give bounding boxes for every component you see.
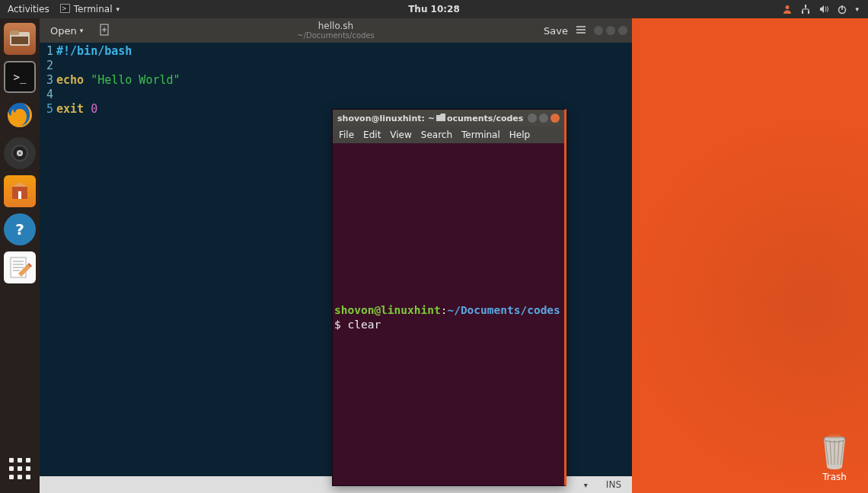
hamburger-menu-button[interactable] xyxy=(576,25,586,37)
terminal-close-button[interactable] xyxy=(550,114,560,123)
insert-mode-indicator[interactable]: INS xyxy=(606,479,621,490)
editor-filepath: ~/Documents/codes xyxy=(297,31,374,40)
text-editor-launcher[interactable] xyxy=(4,251,36,283)
activities-button[interactable]: Activities xyxy=(8,4,49,14)
terminal-body[interactable]: shovon@linuxhint:~/Documents/codes$ clea… xyxy=(333,143,564,485)
dock: ? xyxy=(0,18,40,493)
menu-terminal[interactable]: Terminal xyxy=(461,130,500,140)
clock[interactable]: Thu 10:28 xyxy=(408,4,460,14)
show-apps-button[interactable] xyxy=(5,453,35,484)
trash-label: Trash xyxy=(819,472,850,482)
terminal-titlebar[interactable]: shovon@linuxhint: ~ ocuments/codes xyxy=(333,110,564,126)
terminal-small-icon: > xyxy=(60,4,70,15)
prompt-suffix: $ xyxy=(334,319,347,331)
menu-file[interactable]: File xyxy=(339,130,354,140)
maximize-button[interactable] xyxy=(606,26,615,35)
caret-down-icon: ▾ xyxy=(116,5,120,13)
svg-rect-10 xyxy=(10,30,19,35)
svg-rect-11 xyxy=(11,37,28,44)
svg-rect-6 xyxy=(808,11,809,14)
app-menu[interactable]: > Terminal ▾ xyxy=(60,4,120,15)
terminal-title-text2: ocuments/codes xyxy=(447,114,523,123)
editor-filename: hello.sh xyxy=(297,21,374,31)
firefox-launcher[interactable] xyxy=(4,99,36,131)
app-menu-label: Terminal xyxy=(74,4,113,14)
menu-view[interactable]: View xyxy=(390,130,411,140)
help-launcher[interactable]: ? xyxy=(4,213,36,245)
network-icon[interactable] xyxy=(800,4,811,14)
svg-rect-4 xyxy=(805,5,806,8)
rhythmbox-launcher[interactable] xyxy=(4,137,36,169)
tab-width-menu[interactable]: ▾ xyxy=(584,481,588,489)
system-caret-icon[interactable]: ▾ xyxy=(855,5,859,13)
trash-desktop-icon[interactable]: Trash xyxy=(819,433,850,482)
code-area[interactable]: #!/bin/bash echo "Hello World" exit 0 xyxy=(56,43,180,476)
new-document-button[interactable] xyxy=(95,21,115,40)
wallpaper xyxy=(632,18,868,493)
svg-rect-18 xyxy=(18,191,21,199)
editor-headerbar: Open ▾ hello.sh ~/Documents/codes Save xyxy=(40,18,632,43)
folder-icon xyxy=(436,114,445,123)
svg-point-3 xyxy=(786,5,790,9)
files-launcher[interactable] xyxy=(4,23,36,55)
power-icon[interactable] xyxy=(837,4,847,14)
caret-down-icon: ▾ xyxy=(80,27,84,34)
svg-text:>: > xyxy=(62,5,67,12)
top-bar: Activities > Terminal ▾ Thu 10:28 ▾ xyxy=(0,0,868,18)
open-button[interactable]: Open ▾ xyxy=(44,23,89,39)
prompt-path: ~/Documents/codes xyxy=(447,304,560,316)
line-gutter: 12345 xyxy=(40,43,56,476)
user-icon[interactable] xyxy=(782,4,793,14)
svg-point-16 xyxy=(19,152,21,155)
software-launcher[interactable] xyxy=(4,175,36,207)
editor-title: hello.sh ~/Documents/codes xyxy=(297,21,374,40)
svg-rect-5 xyxy=(802,11,803,14)
terminal-launcher[interactable] xyxy=(4,61,36,93)
terminal-command: clear xyxy=(347,319,381,331)
volume-icon[interactable] xyxy=(819,4,829,14)
close-button[interactable] xyxy=(618,26,627,35)
save-button[interactable]: Save xyxy=(544,25,568,37)
menu-edit[interactable]: Edit xyxy=(363,130,381,140)
terminal-title-text: shovon@linuxhint: ~ xyxy=(337,114,435,123)
minimize-button[interactable] xyxy=(594,26,603,35)
prompt-user: shovon@linuxhint xyxy=(334,304,441,316)
terminal-minimize-button[interactable] xyxy=(528,114,537,123)
terminal-menubar: File Edit View Search Terminal Help xyxy=(333,126,564,143)
terminal-maximize-button[interactable] xyxy=(539,114,548,123)
terminal-window: shovon@linuxhint: ~ ocuments/codes File … xyxy=(332,109,566,486)
menu-help[interactable]: Help xyxy=(509,130,530,140)
open-label: Open xyxy=(50,25,77,37)
code-line: #!/bin/bash xyxy=(56,44,132,58)
menu-search[interactable]: Search xyxy=(421,130,452,140)
